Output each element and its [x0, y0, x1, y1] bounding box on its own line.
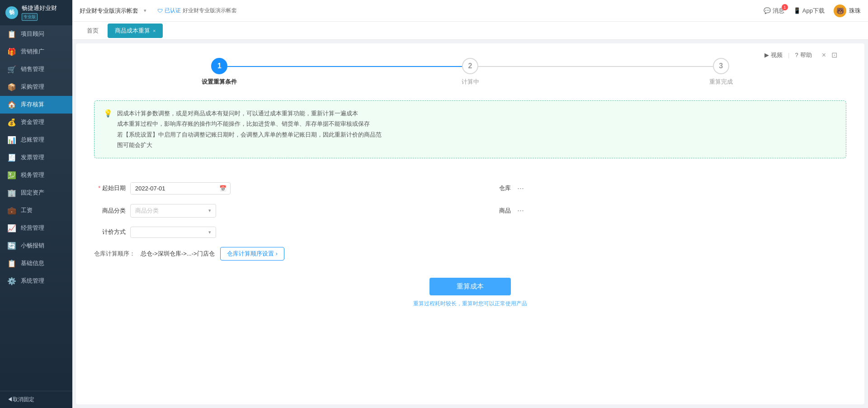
unpin-label: ◀取消固定: [7, 396, 34, 403]
sidebar-item-label: 销售管理: [21, 65, 44, 73]
sidebar-item-inventory[interactable]: 🏠 库存核算: [0, 96, 72, 114]
step-2-circle: 2: [462, 58, 478, 74]
step-2-num: 2: [468, 62, 472, 70]
message-button[interactable]: 💬 消息 1: [764, 7, 784, 15]
tab-cost-recalc-label: 商品成本重算: [115, 27, 150, 35]
tab-home[interactable]: 首页: [80, 24, 106, 38]
salary-icon: 💼: [7, 206, 16, 215]
sidebar-item-system[interactable]: ⚙️ 系统管理: [0, 272, 72, 290]
form-row-3: 计价方式 ▾: [94, 227, 846, 238]
warehouse-order-settings-btn[interactable]: 仓库计算顺序设置 ›: [220, 247, 284, 261]
info-line-1: 因成本计算参数调整，或是对商品成本有疑问时，可以通过成本重算功能，重新计算一遍成…: [117, 110, 358, 117]
goods-field: 商品 ···: [479, 204, 846, 217]
recalc-button[interactable]: 重算成本: [429, 278, 511, 295]
account-selector[interactable]: 好业财专业版演示帐套: [80, 7, 138, 15]
warehouse-order-btn-icon: ›: [276, 250, 278, 257]
finance-icon: 💰: [7, 118, 16, 127]
phone-icon: 📱: [793, 7, 801, 14]
goods-label: 商品: [479, 207, 511, 215]
wizard-step-1: 1 设置重算条件: [94, 58, 345, 86]
invoice-icon: 🧾: [7, 153, 16, 162]
sidebar-item-invoice[interactable]: 🧾 发票管理: [0, 149, 72, 166]
sidebar-item-label: 固定资产: [21, 189, 44, 197]
warehouse-select-btn[interactable]: ···: [515, 182, 526, 195]
warehouse-order-btn-label: 仓库计算顺序设置: [227, 250, 274, 258]
sidebar-item-sales[interactable]: 🛒 销售管理: [0, 61, 72, 78]
tab-cost-recalc[interactable]: 商品成本重算 ×: [108, 24, 163, 38]
sidebar-item-basic[interactable]: 📋 基础信息: [0, 255, 72, 272]
pricing-dropdown-icon: ▾: [208, 229, 211, 235]
form-row-2: 商品分类 商品分类 ▾ 商品 ···: [94, 204, 846, 218]
step-2-label: 计算中: [462, 78, 479, 86]
sidebar-item-tax[interactable]: 💹 税务管理: [0, 166, 72, 184]
project-icon: 📋: [7, 30, 16, 38]
info-line-2: 成本重算过程中，影响库存账的操作均不能操作，比如进货单、销货单、库存单据不能审核…: [117, 120, 370, 127]
purchase-icon: 📦: [7, 83, 16, 91]
step-3-num: 3: [719, 62, 723, 70]
goods-select-btn[interactable]: ···: [515, 204, 526, 217]
info-box: 💡 因成本计算参数调整，或是对商品成本有疑问时，可以通过成本重算功能，重新计算一…: [94, 100, 846, 158]
info-line-3: 若【系统设置】中启用了自动调整记账日期时，会调整入库单的整单记账日期，因此重新计…: [117, 131, 382, 138]
step-3-label: 重算完成: [709, 78, 733, 86]
user-menu[interactable]: 🐻 珠珠: [834, 5, 861, 17]
warehouse-order-row: 仓库计算顺序： 总仓->深圳仓库->...->门店仓 仓库计算顺序设置 ›: [76, 247, 864, 261]
sidebar-item-label: 采购管理: [21, 83, 44, 91]
step-1-num: 1: [217, 62, 222, 70]
main-area: 好业财专业版演示帐套 ▾ 🛡 已认证 好业财专业版演示帐套 💬 消息 1 📱 A…: [72, 0, 868, 408]
sidebar-item-assets[interactable]: 🏢 固定资产: [0, 184, 72, 202]
wizard-section: 1 设置重算条件 2 计算中 3 重算完成: [76, 43, 864, 182]
app-logo-icon: 畅: [5, 6, 18, 19]
sidebar-item-finance[interactable]: 💰 资金管理: [0, 114, 72, 131]
topbar: 好业财专业版演示帐套 ▾ 🛡 已认证 好业财专业版演示帐套 💬 消息 1 📱 A…: [72, 0, 868, 22]
sidebar-item-label: 基础信息: [21, 259, 44, 267]
wizard-step-3: 3 重算完成: [595, 58, 846, 86]
sidebar-item-purchase[interactable]: 📦 采购管理: [0, 78, 72, 96]
sidebar-item-label: 项目顾问: [21, 30, 44, 38]
start-date-label: * 起始日期: [94, 184, 126, 192]
sidebar-unpin[interactable]: ◀取消固定: [0, 391, 72, 408]
sidebar-item-label: 库存核算: [21, 100, 44, 109]
pricing-select[interactable]: ▾: [130, 227, 216, 238]
sidebar-item-label: 税务管理: [21, 171, 44, 179]
sidebar-item-label: 工资: [21, 206, 33, 214]
app-version: 专业版: [22, 13, 38, 21]
app-name-block: 畅捷通好业财 专业版: [22, 5, 57, 21]
topbar-left: 好业财专业版演示帐套 ▾ 🛡 已认证 好业财专业版演示帐套: [80, 7, 237, 15]
sidebar-item-accounting[interactable]: 📊 总账管理: [0, 131, 72, 149]
sidebar-item-expense[interactable]: 🔄 小畅报销: [0, 237, 72, 255]
calendar-icon[interactable]: 📅: [216, 183, 230, 194]
tab-close-icon[interactable]: ×: [153, 28, 156, 33]
form-section: * 起始日期 📅 仓库 ··· 商品分类: [76, 182, 864, 238]
pricing-field: 计价方式 ▾: [94, 227, 461, 238]
expense-icon: 🔄: [7, 242, 16, 250]
topbar-right: 💬 消息 1 📱 App下载 🐻 珠珠: [764, 5, 861, 17]
sidebar-item-salary[interactable]: 💼 工资: [0, 202, 72, 219]
sidebar-item-marketing[interactable]: 🎁 营销推广: [0, 43, 72, 61]
sidebar-item-project[interactable]: 📋 项目顾问: [0, 25, 72, 43]
sidebar-item-label: 系统管理: [21, 277, 44, 285]
tax-icon: 💹: [7, 171, 16, 180]
video-play-icon: ▶: [764, 52, 769, 58]
warehouse-order-value: 总仓->深圳仓库->...->门店仓: [141, 250, 215, 258]
start-date-input[interactable]: [131, 183, 216, 194]
sidebar-scroll: 📋 项目顾问 🎁 营销推广 🛒 销售管理 📦 采购管理 🏠 库存核算 💰 资金管…: [0, 25, 72, 391]
help-question-icon: ?: [795, 52, 798, 58]
start-date-input-wrapper[interactable]: 📅: [130, 182, 231, 195]
app-download-label: App下载: [802, 7, 825, 15]
step-connector-1: [227, 66, 462, 67]
info-box-text: 因成本计算参数调整，或是对商品成本有疑问时，可以通过成本重算功能，重新计算一遍成…: [117, 108, 382, 151]
category-label: 商品分类: [94, 207, 126, 215]
system-icon: ⚙️: [7, 277, 16, 285]
account-dropdown-icon[interactable]: ▾: [144, 8, 146, 14]
inventory-icon: 🏠: [7, 100, 16, 109]
message-icon: 💬: [764, 7, 771, 14]
help-divider: |: [788, 52, 789, 58]
step-3-circle: 3: [713, 58, 729, 74]
app-download-button[interactable]: 📱 App下载: [793, 7, 825, 15]
warehouse-label: 仓库: [479, 184, 511, 192]
sidebar-item-operation[interactable]: 📈 经营管理: [0, 219, 72, 237]
tab-home-label: 首页: [87, 27, 99, 35]
category-select[interactable]: 商品分类 ▾: [130, 204, 216, 218]
recalc-hint: 重算过程耗时较长，重算时您可以正常使用产品: [76, 300, 864, 308]
step-1-circle: 1: [211, 58, 227, 74]
